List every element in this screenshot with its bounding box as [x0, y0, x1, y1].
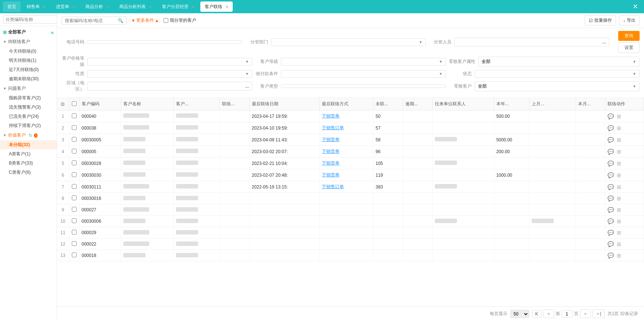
contact-action-icon[interactable]: 💬	[608, 218, 614, 224]
sidebar-item-classC[interactable]: C类客户(6)	[0, 168, 57, 177]
dept-input[interactable]: ▼	[271, 38, 426, 46]
area-input[interactable]: ...	[87, 82, 252, 91]
more-action-icon[interactable]: ⊞	[617, 207, 621, 213]
contact-action-icon[interactable]: 💬	[608, 160, 614, 166]
row-checkbox[interactable]	[72, 218, 77, 223]
contact-action-icon[interactable]: 💬	[608, 253, 614, 258]
person-input[interactable]: ...	[454, 38, 609, 46]
last-page-button[interactable]: ＞|	[592, 310, 605, 318]
row-checkbox[interactable]	[72, 253, 77, 257]
contact-action-icon[interactable]: 💬	[608, 172, 614, 178]
prev-page-button[interactable]: ＜	[543, 310, 554, 318]
search-icon[interactable]: 🔍	[118, 18, 123, 23]
nature-input[interactable]: ▼	[87, 70, 252, 78]
more-action-icon[interactable]: ⊞	[617, 184, 621, 190]
last-method-link[interactable]: 下销货单	[322, 113, 339, 119]
more-action-icon[interactable]: ⊞	[617, 230, 621, 236]
row-checkbox[interactable]	[72, 172, 77, 177]
more-action-icon[interactable]: ⊞	[617, 125, 621, 131]
retail-customer-input[interactable]: 全部 ▼	[475, 81, 640, 91]
page-number-input[interactable]	[562, 310, 573, 318]
row-checkbox[interactable]	[72, 241, 77, 246]
contact-action-icon[interactable]: 💬	[608, 184, 614, 190]
sidebar-item-overdue[interactable]: 逾期未联络(30)	[0, 74, 57, 84]
next-page-button[interactable]: ＞	[580, 310, 591, 318]
query-button[interactable]: 查询	[618, 31, 640, 41]
more-action-icon[interactable]: ⊞	[617, 172, 621, 178]
tab-customer-tier[interactable]: 客户分层经营 ✕	[158, 1, 199, 12]
value-customers-group[interactable]: ▼ 价值客户 ↻ !	[0, 130, 57, 140]
row-checkbox[interactable]	[72, 149, 77, 154]
more-action-icon[interactable]: ⊞	[617, 218, 621, 224]
more-action-icon[interactable]: ⊞	[617, 253, 621, 258]
price-level-input[interactable]: ▼	[87, 58, 252, 66]
sidebar-search-input[interactable]	[3, 15, 57, 24]
more-action-icon[interactable]: ⊞	[617, 149, 621, 155]
sidebar-item-tomorrow[interactable]: 明天待联络(1)	[0, 56, 57, 65]
contact-action-icon[interactable]: 💬	[608, 230, 614, 236]
refresh-icon[interactable]: ↻	[29, 133, 32, 138]
tab-product-analysis[interactable]: 商品分析 ✕	[81, 1, 113, 12]
tab-product-analysis-list[interactable]: 商品分析列表 ✕	[115, 1, 156, 12]
first-page-button[interactable]: K	[532, 310, 542, 318]
more-action-icon[interactable]: ⊞	[617, 195, 621, 201]
contact-action-icon[interactable]: 💬	[608, 195, 614, 201]
more-conditions-btn[interactable]: ▼ 更多条件 ▲	[131, 17, 159, 24]
more-action-icon[interactable]: ⊞	[617, 160, 621, 166]
contact-action-icon[interactable]: 💬	[608, 241, 614, 247]
customer-type-input[interactable]	[281, 84, 446, 88]
problem-customers-group[interactable]: ▼ 问题客户	[0, 84, 57, 94]
collapse-sidebar-icon[interactable]: «	[51, 29, 54, 35]
status-input[interactable]: ▼	[475, 70, 640, 78]
sidebar-item-classB[interactable]: B类客户(33)	[0, 159, 57, 168]
row-checkbox[interactable]	[72, 160, 77, 165]
tab-purchase-close[interactable]: ✕	[72, 5, 75, 9]
batch-op-button[interactable]: ☑ 批量操作	[585, 15, 616, 25]
row-checkbox[interactable]	[72, 125, 77, 130]
row-checkbox[interactable]	[72, 230, 77, 234]
tab-home[interactable]: 首页	[3, 1, 21, 12]
sidebar-item-lost[interactable]: 已流失客户(24)	[0, 112, 57, 121]
tab-sales[interactable]: 销售单 ✕	[22, 1, 50, 12]
contact-action-icon[interactable]: 💬	[608, 113, 614, 119]
window-close-button[interactable]: ✕	[630, 3, 641, 10]
sidebar-item-near7[interactable]: 近7天待联络(0)	[0, 65, 57, 74]
contact-action-icon[interactable]: 💬	[608, 125, 614, 131]
customer-level-input[interactable]: ▼	[281, 58, 446, 66]
sidebar-item-lost-warn[interactable]: 流失预警客户(3)	[0, 103, 57, 112]
table-settings-button[interactable]: ⚙	[60, 101, 65, 107]
contact-action-icon[interactable]: 💬	[608, 149, 614, 155]
my-customers-checkbox[interactable]	[163, 18, 168, 23]
last-method-link[interactable]: 下销货单	[322, 137, 339, 142]
last-method-link[interactable]: 下销货单	[322, 160, 339, 166]
sidebar-item-declining[interactable]: 持续下滑客户(2)	[0, 121, 57, 130]
contact-action-icon[interactable]: 💬	[608, 207, 614, 213]
tab-product-analysis-list-close[interactable]: ✕	[149, 5, 152, 9]
reset-button[interactable]: 设置	[618, 42, 640, 53]
sidebar-item-classA[interactable]: A类客户(1)	[0, 149, 57, 159]
last-method-link[interactable]: 下销售订单	[322, 125, 344, 130]
more-action-icon[interactable]: ⊞	[617, 241, 621, 247]
all-customers-section[interactable]: ⊞ 全部客户 «	[0, 26, 57, 37]
row-checkbox[interactable]	[72, 137, 77, 142]
select-all-checkbox[interactable]	[72, 101, 77, 106]
page-size-select[interactable]: 50 100	[510, 310, 529, 318]
sidebar-item-abnormal[interactable]: 囤购异常客户(2)	[0, 94, 57, 103]
tab-purchase[interactable]: 进货单 ✕	[52, 1, 80, 12]
more-action-icon[interactable]: ⊞	[617, 137, 621, 143]
retail-attr-input[interactable]: 全部 ▼	[478, 57, 640, 67]
phone-input[interactable]	[87, 40, 242, 44]
row-checkbox[interactable]	[72, 184, 77, 189]
row-checkbox[interactable]	[72, 113, 77, 118]
contact-action-icon[interactable]: 💬	[608, 137, 614, 143]
payment-input[interactable]: ▼	[281, 70, 446, 78]
sidebar-item-unclassified[interactable]: 未分组(32)	[0, 140, 57, 149]
tab-customer-contact[interactable]: 客户联络 ✕	[200, 1, 233, 12]
search-input[interactable]	[65, 18, 116, 23]
tab-sales-close[interactable]: ✕	[43, 5, 46, 9]
last-method-link[interactable]: 下销货单	[322, 149, 339, 154]
row-checkbox[interactable]	[72, 195, 77, 200]
row-checkbox[interactable]	[72, 207, 77, 212]
sidebar-item-today[interactable]: 今天待联络(0)	[0, 47, 57, 56]
pending-contact-group[interactable]: ▼ 待联络客户	[0, 37, 57, 47]
